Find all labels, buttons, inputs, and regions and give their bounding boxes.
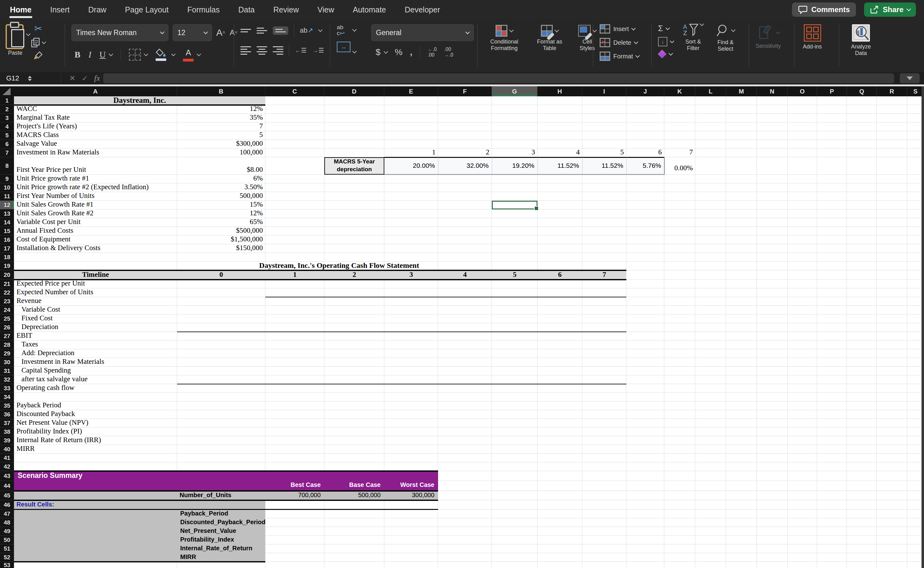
cell-F20[interactable]: 4 (438, 270, 492, 279)
cell-A13[interactable]: Unit Sales Growth Rate #2 (14, 209, 177, 218)
cell-A33[interactable]: Operating cash flow (14, 384, 177, 393)
row-header-14[interactable]: 14 (0, 218, 14, 227)
menu-tab-insert[interactable]: Insert (50, 3, 70, 16)
col-header-K[interactable]: K (664, 86, 695, 96)
row-header-7[interactable]: 7 (0, 148, 14, 157)
cell-F7[interactable]: 2 (438, 148, 492, 157)
font-name-select[interactable]: Times New Roman (71, 24, 168, 41)
cell-A11[interactable]: First Year Number of Units (14, 192, 177, 201)
cell-B8[interactable]: $8.00 (177, 157, 265, 175)
cell-A40[interactable]: MIRR (14, 445, 177, 454)
format-cells-button[interactable]: Format (599, 51, 639, 61)
analyze-data-button[interactable]: Analyze Data (847, 24, 875, 56)
menu-tab-draw[interactable]: Draw (88, 3, 107, 16)
cell-C20[interactable]: 1 (265, 270, 325, 279)
align-top-button[interactable] (240, 29, 251, 32)
cell-J7[interactable]: 6 (627, 148, 664, 157)
cell-B5[interactable]: 5 (177, 131, 265, 140)
row-header-41[interactable]: 41 (0, 454, 14, 462)
decrease-indent-button[interactable]: ←☰ (295, 47, 306, 54)
cell-B50[interactable]: Profitability_Index (177, 536, 265, 544)
row-header-46[interactable]: 46 (0, 500, 14, 509)
cell-K7[interactable]: 7 (664, 148, 695, 157)
col-header-N[interactable]: N (757, 86, 788, 96)
row-header-49[interactable]: 49 (0, 527, 14, 536)
menu-tab-data[interactable]: Data (238, 3, 255, 16)
row-header-29[interactable]: 29 (0, 349, 14, 358)
cell-A39[interactable]: Internal Rate of Return (IRR) (14, 436, 177, 445)
row-header-42[interactable]: 42 (0, 462, 14, 471)
cell-A19[interactable]: Daystream, Inc.'s Operating Cash Flow St… (14, 261, 664, 270)
cell-B51[interactable]: Internal_Rate_of_Return (177, 544, 265, 553)
cell-I20[interactable]: 7 (582, 270, 627, 279)
cell-A28[interactable]: Taxes (14, 341, 177, 349)
insert-function-icon[interactable]: fx (94, 74, 100, 83)
fill-button[interactable]: ↓ (658, 37, 673, 46)
row-header-10[interactable]: 10 (0, 183, 14, 192)
menu-tab-page-layout[interactable]: Page Layout (124, 3, 169, 16)
fill-handle[interactable] (534, 206, 539, 211)
row-header-43[interactable]: 43 (0, 471, 14, 481)
col-header-M[interactable]: M (726, 86, 757, 96)
cell-A5[interactable]: MACRS Class (14, 131, 177, 140)
cell-B47[interactable]: Payback_Period (177, 509, 265, 518)
increase-decimal-button[interactable]: ←.0.00 (427, 47, 436, 57)
col-header-F[interactable]: F (438, 86, 492, 96)
cell-A3[interactable]: Marginal Tax Rate (14, 114, 177, 122)
cell-C44[interactable]: Best Case (265, 481, 325, 491)
cell-A25[interactable]: Fixed Cost (14, 314, 177, 323)
cell-D44[interactable]: Base Case (325, 481, 384, 491)
col-header-Q[interactable]: Q (847, 86, 877, 96)
cell-C45[interactable]: 700,000 (265, 491, 325, 500)
insert-cells-button[interactable]: Insert (599, 24, 639, 33)
align-right-button[interactable] (273, 46, 283, 55)
row-header-15[interactable]: 15 (0, 227, 14, 236)
formula-input[interactable] (103, 73, 894, 83)
col-header-G[interactable]: G (492, 86, 537, 96)
cell-K8[interactable]: 0.00% (664, 157, 695, 175)
cell-A26[interactable]: Depreciation (14, 323, 177, 332)
increase-font-button[interactable]: A˄ (216, 27, 225, 38)
row-header-35[interactable]: 35 (0, 402, 14, 410)
cell-F8[interactable]: 32.00% (438, 157, 492, 175)
col-header-J[interactable]: J (627, 86, 664, 96)
orientation-button[interactable]: ab↗ (300, 26, 313, 35)
cell-B14[interactable]: 65% (177, 218, 265, 227)
cell-A12[interactable]: Unit Sales Growth Rate #1 (14, 201, 177, 209)
currency-format-button[interactable]: $ (376, 47, 380, 57)
cell-A37[interactable]: Net Present Value (NPV) (14, 419, 177, 428)
decrease-decimal-button[interactable]: .00→.0 (444, 47, 453, 57)
row-header-6[interactable]: 6 (0, 140, 14, 148)
row-header-16[interactable]: 16 (0, 236, 14, 244)
row-header-40[interactable]: 40 (0, 445, 14, 454)
formula-bar-expand-button[interactable] (900, 73, 919, 83)
italic-button[interactable]: I (89, 50, 91, 60)
cell-B2[interactable]: 12% (177, 105, 265, 114)
row-header-3[interactable]: 3 (0, 114, 14, 122)
cell-E44[interactable]: Worst Case (384, 481, 438, 491)
sensitivity-button[interactable]: Sensitivity (756, 24, 781, 50)
row-header-11[interactable]: 11 (0, 192, 14, 201)
cell-H20[interactable]: 6 (537, 270, 582, 279)
format-painter-button[interactable] (31, 51, 45, 60)
row-header-50[interactable]: 50 (0, 536, 14, 544)
menu-tab-formulas[interactable]: Formulas (187, 3, 220, 16)
cell-B20[interactable]: 0 (177, 270, 265, 279)
number-format-select[interactable]: General (371, 24, 474, 41)
cell-A36[interactable]: Discounted Payback (14, 410, 177, 419)
cell-A20[interactable]: Timeline (14, 270, 177, 279)
bold-button[interactable]: B (75, 50, 80, 60)
cell-A38[interactable]: Profitability Index (PI) (14, 428, 177, 436)
cell-D45[interactable]: 500,000 (325, 491, 384, 500)
find-select-button[interactable]: Find & Select (714, 24, 736, 52)
row-header-8[interactable]: 8 (0, 157, 14, 175)
format-as-table-button[interactable]: Format as Table (533, 25, 567, 78)
col-header-R[interactable]: R (877, 86, 907, 96)
cell-E45[interactable]: 300,000 (384, 491, 438, 500)
row-header-45[interactable]: 45 (0, 491, 14, 500)
col-header-L[interactable]: L (695, 86, 726, 96)
copy-button[interactable] (31, 38, 45, 48)
menu-tab-home[interactable]: Home (9, 3, 32, 16)
cell-A35[interactable]: Payback Period (14, 402, 177, 410)
row-header-9[interactable]: 9 (0, 175, 14, 183)
